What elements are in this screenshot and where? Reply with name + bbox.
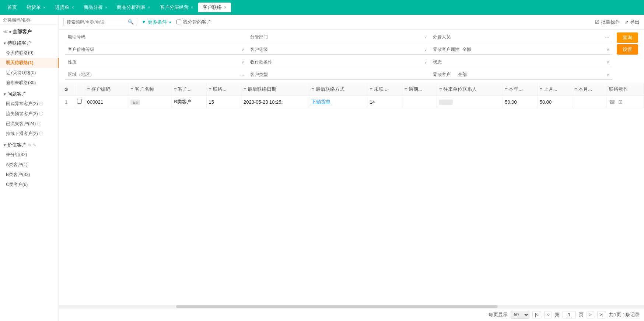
- sidebar-item-ungrouped[interactable]: 未分组(32): [0, 150, 59, 160]
- last-method-link[interactable]: 下销货单: [311, 99, 330, 104]
- horizontal-scrollbar[interactable]: [59, 305, 644, 308]
- row-last-method[interactable]: 下销货单: [309, 96, 367, 108]
- sidebar-item-today-contact[interactable]: 今天待联络(0): [0, 48, 59, 58]
- status-chevron-icon: ∨: [606, 60, 609, 65]
- filter-row-4: 区域（地区） ··· 客户类型 零散客户 全部 ∨: [65, 70, 612, 80]
- sidebar-item-c-class[interactable]: C类客户(6): [0, 180, 59, 190]
- close-customer-contact-icon[interactable]: ×: [224, 5, 226, 10]
- filter-retail-attr-label: 零散客户属性: [433, 46, 459, 53]
- filter-person: 分管人员 ···: [430, 32, 612, 42]
- col-contact-person-header[interactable]: ≡ 往来单位联系人: [437, 83, 503, 96]
- filter-retail-attr: 零散客户属性 全部 ∨: [430, 45, 612, 55]
- nav-goods-analysis[interactable]: 商品分析 ×: [79, 3, 112, 12]
- search-bar: 🔍 ▼ 更多条件 ▲ 我分管的客户 ☑ 批量操作 ↗ 导出: [59, 15, 644, 30]
- col-no-contact-header[interactable]: ≡ 未联...: [367, 83, 402, 96]
- sidebar-root-all-customers[interactable]: ≪ ▪ 全部客户: [0, 27, 59, 37]
- filter-price-level: 客户价格等级 ∨: [65, 45, 247, 55]
- prev-page-btn[interactable]: <: [544, 311, 552, 318]
- section-header-pending[interactable]: ▼ 待联络客户: [0, 38, 59, 48]
- per-page-select[interactable]: 50 100 200: [511, 311, 529, 319]
- total-records: 共1页 1条记录: [609, 311, 640, 318]
- nav-customer-layer[interactable]: 客户分层经营 ×: [155, 3, 197, 12]
- row-last-month: 50.00: [537, 96, 572, 108]
- col-last-method-header[interactable]: ≡ 最后联络方式: [309, 83, 367, 96]
- nav-home[interactable]: 首页: [3, 3, 21, 12]
- filter-retail-customer-label: 零散客户: [433, 72, 455, 78]
- col-last-month-header[interactable]: ≡ 上月...: [537, 83, 572, 96]
- section-problem-customers: ▼ 问题客户 回购异常客户(2) ⓘ 流失预警客户(3) ⓘ 已流失客户(24)…: [0, 89, 59, 139]
- my-customers-checkbox[interactable]: [176, 20, 181, 24]
- filter-customer-level: 客户等级 ∨: [247, 45, 430, 55]
- content-area: 🔍 ▼ 更多条件 ▲ 我分管的客户 ☑ 批量操作 ↗ 导出: [59, 15, 644, 321]
- last-page-btn[interactable]: >|: [597, 311, 606, 318]
- filter-row-3: 性质 ∨ 收付款条件 ∨ 状态 ∨: [65, 58, 612, 67]
- close-goods-icon[interactable]: ×: [105, 5, 107, 10]
- col-type-header[interactable]: ≡ 客户...: [172, 83, 206, 96]
- scrollbar-thumb[interactable]: [176, 305, 498, 308]
- row-code: 000021: [85, 96, 128, 108]
- export-btn[interactable]: ↗ 导出: [624, 19, 640, 25]
- dept-chevron-icon: ∨: [424, 35, 427, 39]
- filter-phone: 电话号码: [65, 32, 247, 42]
- col-name-header[interactable]: ≡ 客户名称: [128, 83, 172, 96]
- col-checkbox-header: [74, 83, 85, 96]
- person-dots-icon[interactable]: ···: [605, 34, 609, 40]
- close-goods-list-icon[interactable]: ×: [148, 5, 150, 10]
- col-contact-count-header[interactable]: ≡ 联络...: [206, 83, 241, 96]
- action-more-icon[interactable]: ⊞: [618, 99, 623, 105]
- table-footer: 每页显示 50 100 200 |< < 第 页 > >| 共1页 1条记录: [59, 308, 644, 321]
- col-settings[interactable]: ⚙: [59, 83, 74, 96]
- batch-operation-btn[interactable]: ☑ 批量操作: [595, 19, 620, 25]
- filter-nature-label: 性质: [68, 59, 90, 65]
- sidebar-item-declining[interactable]: 持续下滑客户(2) ⓘ: [0, 129, 59, 139]
- section-header-value[interactable]: ▼ 价值客户 ↻ ✎: [0, 140, 59, 150]
- top-nav: 首页 销货单 × 进货单 × 商品分析 × 商品分析列表 × 客户分层经营 × …: [0, 0, 644, 15]
- close-customer-layer-icon[interactable]: ×: [191, 5, 193, 10]
- nature-chevron-icon: ∨: [241, 60, 244, 65]
- nav-sales[interactable]: 销货单 ×: [22, 3, 50, 12]
- section-header-problem[interactable]: ▼ 问题客户: [0, 89, 59, 99]
- set-button[interactable]: 设置: [617, 44, 638, 55]
- more-filter-btn[interactable]: ▼ 更多条件 ▲: [141, 19, 172, 25]
- row-this-month: [572, 96, 607, 108]
- filter-payment-label: 收付款条件: [250, 59, 272, 65]
- row-last-date: 2023-05-23 18:25:: [241, 96, 309, 108]
- sidebar-item-churned[interactable]: 已流失客户(24) ⓘ: [0, 119, 59, 129]
- nav-goods-analysis-list[interactable]: 商品分析列表 ×: [112, 3, 154, 12]
- col-last-date-header[interactable]: ≡ 最后联络日期: [241, 83, 309, 96]
- next-page-btn[interactable]: >: [587, 311, 594, 318]
- col-action-header: 联络动作: [607, 83, 644, 96]
- row-checkbox[interactable]: [77, 99, 82, 104]
- sidebar-item-churn-warning[interactable]: 流失预警客户(3) ⓘ: [0, 109, 59, 119]
- sidebar-item-tomorrow-contact[interactable]: 明天待联络(1): [0, 58, 59, 68]
- table-wrap: ⚙ ≡ 客户编码 ≡ 客户名称 ≡ 客户... ≡ 联络... ≡ 最后联络日期…: [59, 83, 644, 305]
- first-page-btn[interactable]: |<: [532, 311, 541, 318]
- row-index: 1: [59, 96, 74, 108]
- sidebar-item-7days-contact[interactable]: 近7天待联络(0): [0, 68, 59, 78]
- main-layout: 🔍 ≪ ▪ 全部客户 ▼ 待联络客户 今天待联络(0) 明天待联络(1) 近7天…: [0, 15, 644, 321]
- section-pending-contact: ▼ 待联络客户 今天待联络(0) 明天待联络(1) 近7天待联络(0) 逾期未联…: [0, 38, 59, 88]
- nav-purchase[interactable]: 进货单 ×: [50, 3, 78, 12]
- search-icon[interactable]: 🔍: [128, 19, 134, 25]
- sidebar-search-input[interactable]: [3, 17, 58, 23]
- search-input[interactable]: [67, 20, 126, 25]
- query-button[interactable]: 查询: [617, 32, 638, 43]
- nav-customer-contact[interactable]: 客户联络 ×: [198, 3, 231, 12]
- region-dots-icon[interactable]: ···: [240, 72, 245, 78]
- filter-payment: 收付款条件 ∨: [247, 58, 430, 67]
- col-this-month-header[interactable]: ≡ 本月...: [572, 83, 607, 96]
- close-sales-icon[interactable]: ×: [43, 5, 45, 10]
- action-phone-icon[interactable]: ☎: [609, 99, 615, 105]
- sidebar-item-overdue-contact[interactable]: 逾期未联络(30): [0, 78, 59, 88]
- sidebar-item-a-class[interactable]: A类客户(1): [0, 160, 59, 170]
- sidebar-item-abnormal-repurchase[interactable]: 回购异常客户(2) ⓘ: [0, 99, 59, 109]
- filter-region-label: 区域（地区）: [68, 72, 94, 78]
- sidebar-item-b-class[interactable]: B类客户(33): [0, 170, 59, 180]
- retail-attr-chevron-icon: ∨: [606, 47, 609, 52]
- section-value-label: 价值客户: [7, 142, 27, 148]
- col-this-year-header[interactable]: ≡ 本年...: [503, 83, 537, 96]
- close-purchase-icon[interactable]: ×: [71, 5, 74, 10]
- page-input[interactable]: [563, 311, 576, 318]
- col-code-header[interactable]: ≡ 客户编码: [85, 83, 128, 96]
- col-overdue-header[interactable]: ≡ 逾期...: [402, 83, 437, 96]
